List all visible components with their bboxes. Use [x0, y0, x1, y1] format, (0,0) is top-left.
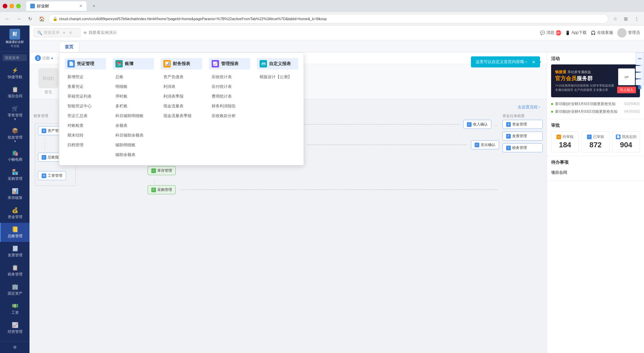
menu-receivable-stats[interactable]: 应收统计表 [209, 72, 250, 82]
sidebar-item-tax[interactable]: 📋 税务管理 [0, 261, 30, 280]
menu-new-voucher[interactable]: 新增凭证 [65, 72, 106, 82]
sidebar-item-inventory[interactable]: 📊 库存核算 [0, 185, 30, 204]
menu-subject-aux-detail[interactable]: 科目辅助明细账 [113, 111, 154, 121]
menu-profit-statement[interactable]: 利润表 [161, 82, 202, 92]
capital-mgmt-box[interactable]: $ 资金管理 [502, 120, 543, 129]
inventory-box[interactable]: I 库存管理 [148, 166, 176, 175]
sidebar-item-operations[interactable]: 📈 经营管理 [0, 318, 30, 338]
sidebar-item-invoice[interactable]: 🧾 发票管理 [0, 242, 30, 261]
menu-account-check[interactable]: 对账检查 [65, 121, 106, 131]
tax-mgmt-box[interactable]: T 税务管理 [502, 143, 543, 152]
floating-tab-desktop[interactable]: 桌面快捷 [636, 79, 644, 85]
operations-icon: 📈 [12, 322, 18, 328]
menu-profit-report[interactable]: 财务利润报告 [209, 101, 250, 111]
menu-subject-aux-balance[interactable]: 科目辅助余额表 [113, 131, 154, 140]
my-submitted-card[interactable]: 📄 我发起的 904 [612, 131, 640, 152]
menu-cashflow-quarterly[interactable]: 现金流量表季报 [161, 111, 202, 121]
custom-report-title: 自定义报表 [269, 61, 291, 67]
income-confirm-box[interactable]: C 收入确认 [463, 120, 491, 129]
menu-general-ledger[interactable]: 总账 [113, 72, 154, 82]
menu-smart-voucher[interactable]: 智能凭证中心 [65, 101, 106, 111]
floating-tab-help[interactable]: 帮助中心 [636, 59, 644, 65]
online-support-action[interactable]: 🎧 在线客服 [591, 30, 613, 36]
sidebar-item-label: 采购管理 [8, 176, 22, 181]
menu-section-custom-report: 🗃 自定义报表 模版设计【公测】 [257, 58, 298, 160]
tab-bar: 首页 [30, 40, 644, 52]
tab-close-btn[interactable]: ✕ [79, 4, 83, 8]
approved-card[interactable]: ✓ 已审核 872 [582, 131, 609, 152]
browser-minimize-btn[interactable] [9, 4, 14, 8]
floating-tab-community[interactable]: 服务社区 [636, 72, 644, 79]
sidebar-search-area [0, 52, 30, 64]
ledger-header: 📚 账簿 [113, 58, 154, 69]
purchase-icon: 🏪 [12, 169, 18, 175]
home-btn[interactable]: 🏠 [37, 14, 46, 23]
purchase-box[interactable]: P 采购管理 [148, 185, 176, 194]
sidebar-item-wholesale[interactable]: 📦 批发管理 ▼ [0, 124, 30, 146]
reload-btn[interactable]: ↻ [25, 14, 35, 23]
browser-maximize-btn[interactable] [16, 4, 21, 8]
sidebar-item-accounting[interactable]: 📒 总账管理 [0, 223, 30, 242]
mgmt-report-header: 📈 管理报表 [209, 58, 250, 69]
extensions-btn[interactable]: ⊞ [621, 14, 631, 23]
sidebar-item-marketing[interactable]: 📣 小畅营销 [0, 338, 30, 341]
payroll-box[interactable]: W 工资管理 [38, 171, 66, 180]
sidebar-item-ecommerce[interactable]: 🛍️ 小畅电商 [0, 146, 30, 165]
menu-receivable-analysis[interactable]: 应收账款分析 [209, 111, 250, 121]
top-search-box[interactable]: 🔍 搜索菜单 ▼ ⚙ [34, 28, 80, 37]
sidebar-settings-btn[interactable]: ⚙ [0, 341, 30, 353]
menu-draft-voucher[interactable]: 草稿凭证列表 [65, 92, 106, 101]
sidebar-item-quick-nav[interactable]: ⚡ 快捷导航 [0, 64, 30, 83]
menu-template-design[interactable]: 模版设计【公测】 [257, 72, 298, 82]
todo-item-project[interactable]: 项目合同 [551, 168, 640, 177]
sidebar-item-payroll[interactable]: 💵 工资 [0, 299, 30, 318]
browser-close-btn[interactable] [3, 4, 7, 8]
menu-sequence-ledger[interactable]: 序时账 [113, 92, 154, 101]
join-btn[interactable]: 马上加入 [617, 87, 636, 93]
forward-btn[interactable]: → [14, 14, 23, 23]
icon-card-empty-1[interactable]: Icon 暂无 [35, 68, 62, 95]
expense-confirm-box[interactable]: C 支出确认 [471, 140, 499, 149]
news-item-1[interactable]: 新功能|好业财3月6日功能更新抢先知 03月06日 [551, 100, 640, 108]
menu-profit-quarterly[interactable]: 利润表季报 [161, 92, 202, 101]
new-tab-btn[interactable]: + [89, 1, 99, 11]
menu-payable-stats[interactable]: 应付统计表 [209, 82, 250, 92]
floating-tab-support[interactable]: 客服热线 [636, 66, 644, 72]
menu-archive[interactable]: 归档管理 [65, 140, 106, 150]
message-action[interactable]: 💬 消息 99+ [540, 30, 561, 36]
sidebar-item-purchase[interactable]: 🏪 采购管理 [0, 165, 30, 185]
menu-expense-stats[interactable]: 费用统计表 [209, 92, 250, 101]
menu-aux-balance[interactable]: 辅助余额表 [113, 150, 154, 160]
sidebar-search-input[interactable] [3, 54, 27, 61]
menu-multi-col[interactable]: 多栏账 [113, 101, 154, 111]
more-btn[interactable]: ⋮ [632, 14, 641, 23]
menu-cashflow[interactable]: 现金流量表 [161, 101, 202, 111]
pending-approval-card[interactable]: ⏳ 待审核 184 [551, 131, 579, 152]
menu-period-close[interactable]: 期末结转 [65, 131, 106, 140]
todo-section: 待办事项 项目合同 [547, 156, 644, 181]
sidebar-item-fixed-assets[interactable]: 🏢 固定资产 [0, 280, 30, 299]
menu-voucher-summary[interactable]: 凭证汇总表 [65, 111, 106, 121]
app-download-action[interactable]: 📱 App下载 [565, 30, 587, 36]
back-btn[interactable]: ← [3, 14, 12, 23]
menu-balance-sheet[interactable]: 资产负债表 [161, 72, 202, 82]
news-item-2[interactable]: 新功能|好业财4月03日功能更新抢先知 04月03日 [551, 108, 640, 115]
sidebar-item-project[interactable]: 📋 项目合同 [0, 83, 30, 102]
demo-link[interactable]: 👁 我要看实例演示 [83, 30, 117, 36]
floating-tab-homepage[interactable]: 首页设置 [636, 52, 644, 58]
browser-tab-active[interactable]: 好业财 ✕ [26, 1, 87, 11]
menu-view-voucher[interactable]: 查看凭证 [65, 82, 106, 92]
menu-aux-detail[interactable]: 辅助明细账 [113, 140, 154, 150]
menu-sections: 📄 凭证管理 新增凭证 查看凭证 草稿凭证列表 智能凭证中心 凭证汇总表 对账检… [65, 58, 298, 160]
address-bar[interactable]: 🔒 cloud.chanjet.com/cc/u6d89qwnryel/57bf… [48, 14, 608, 23]
tab-homepage[interactable]: 首页 [59, 42, 79, 52]
invoice-mgmt-box[interactable]: F 发票管理 [502, 132, 543, 141]
sidebar-item-capital[interactable]: 💰 资金管理 [0, 204, 30, 223]
bookmark-btn[interactable]: ☆ [610, 14, 620, 23]
menu-detail-ledger[interactable]: 明细账 [113, 82, 154, 92]
menu-balance[interactable]: 余额表 [113, 121, 154, 131]
user-profile[interactable]: 管理员 [617, 28, 640, 38]
set-flow-link[interactable]: 去设置流程 › [515, 103, 543, 111]
activity-banner[interactable]: 畅捷通 享社群专属权益 官方会员服务群 7×15在线答疑问在线答疑 社群专享权益… [551, 64, 640, 97]
sidebar-item-retail[interactable]: 🛒 零售管理 ▼ [0, 102, 30, 124]
